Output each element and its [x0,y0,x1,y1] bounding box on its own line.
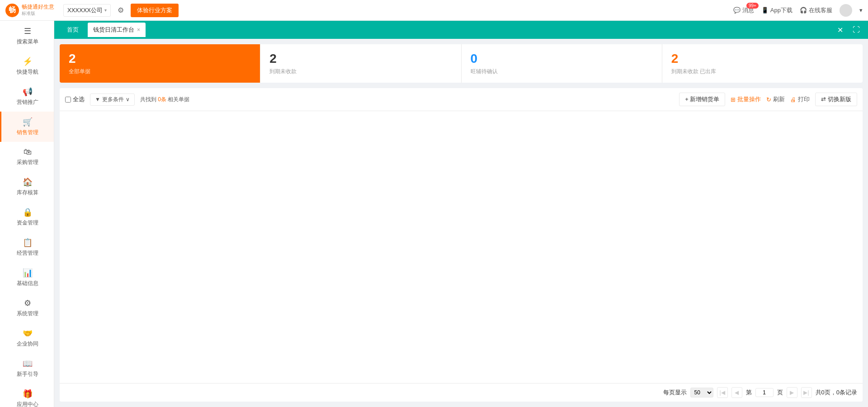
main-content: 首页 钱货日清工作台 × ✕ ⛶ 2 全部单据 [54,21,868,407]
card-all-label: 全部单据 [69,68,251,75]
trial-button[interactable]: 体验行业方案 [131,4,179,17]
sidebar-item-quick-nav[interactable]: ⚡ 快捷导航 [0,51,54,81]
pagination-bar: 每页显示 50 100 200 |◀ ◀ 第 页 ▶ ▶| 共0页，0条记录 [60,383,863,402]
sidebar-item-base-info[interactable]: 📊 基础信息 [0,262,54,293]
batch-icon: ⊞ [731,96,736,103]
refresh-button[interactable]: ↻ 刷新 [766,95,785,103]
layout: ☰ 搜索菜单 ⚡ 快捷导航 📢 营销推广 🛒 销售管理 🛍 采购管理 🏠 库存核… [0,21,868,407]
chevron-down-icon: ▾ [104,8,107,13]
select-all-input[interactable] [65,97,71,103]
card-pending[interactable]: 0 旺辅待确认 [462,44,662,83]
new-order-button[interactable]: + 新增销货单 [679,93,725,106]
quick-nav-icon: ⚡ [23,56,33,66]
total-records: 共0页，0条记录 [816,388,857,397]
print-button[interactable]: 🖨 打印 [790,95,810,103]
table-container: 全选 ▼ 更多条件 ∨ 共找到 0条 相关单据 + 新增销货单 ⊞ [60,88,863,402]
tab-home[interactable]: 首页 [60,21,86,39]
sidebar-item-collaboration[interactable]: 🤝 企业协同 [0,323,54,353]
filter-icon: ▼ [95,96,100,103]
app-center-icon: 🎁 [23,389,33,399]
card-shipped-count: 2 [671,51,854,66]
expand-icon: ⛶ [853,26,860,34]
card-all[interactable]: 2 全部单据 [60,44,260,83]
inventory-icon: 🏠 [23,177,33,187]
tab-close-icon[interactable]: × [137,27,140,33]
sidebar-item-sales[interactable]: 🛒 销售管理 [0,112,54,142]
system-icon: ⚙ [24,298,31,308]
card-overdue-count: 2 [269,51,452,66]
online-service-button[interactable]: 🎧 在线客服 [800,6,832,14]
card-shipped[interactable]: 2 到期未收款 已出库 [662,44,863,83]
header-right: 💬 消息 99+ 📱 App下载 🎧 在线客服 ▾ [733,4,863,17]
download-icon: 📱 [761,7,769,14]
page-content: 2 全部单据 2 到期未收款 0 旺辅待确认 2 到期未收款 已出库 [54,39,868,407]
card-pending-count: 0 [471,51,653,66]
service-icon: 🎧 [800,7,807,14]
sales-icon: 🛒 [23,117,33,127]
card-all-count: 2 [69,51,251,66]
tab-active[interactable]: 钱货日清工作台 × [88,23,146,37]
refresh-icon: ↻ [766,96,771,103]
filter-actions: + 新增销货单 ⊞ 批量操作 ↻ 刷新 🖨 打印 [679,93,857,106]
user-name[interactable]: ▾ [859,7,863,14]
sidebar-item-guide[interactable]: 📖 新手引导 [0,353,54,384]
base-info-icon: 📊 [23,268,33,278]
message-icon: 💬 [733,7,741,14]
first-page-button[interactable]: |◀ [717,387,728,398]
sidebar-item-operations[interactable]: 📋 经营管理 [0,232,54,262]
finance-icon: 🔒 [23,207,33,217]
card-shipped-label: 到期未收款 已出库 [671,68,854,75]
summary-cards: 2 全部单据 2 到期未收款 0 旺辅待确认 2 到期未收款 已出库 [60,44,863,83]
print-icon: 🖨 [790,96,796,103]
table-area [60,111,863,383]
switch-icon: ⇄ [821,96,826,103]
guide-icon: 📖 [23,359,33,369]
company-selector[interactable]: XXXXXX公司 ▾ [63,4,111,17]
card-pending-label: 旺辅待确认 [471,68,653,75]
tab-actions: ✕ ⛶ [834,23,863,36]
sidebar-item-purchase[interactable]: 🛍 采购管理 [0,142,54,172]
card-overdue-label: 到期未收款 [269,68,452,75]
expand-button[interactable]: ⛶ [850,23,863,36]
tab-bar: 首页 钱货日清工作台 × ✕ ⛶ [54,21,868,39]
prev-page-button[interactable]: ◀ [731,387,742,398]
card-overdue[interactable]: 2 到期未收款 [260,44,461,83]
logo-sub: 标准版 [22,10,54,17]
more-filters-button[interactable]: ▼ 更多条件 ∨ [90,94,135,106]
marketing-icon: 📢 [23,87,33,97]
batch-ops-button[interactable]: ⊞ 批量操作 [731,95,761,103]
select-all-checkbox[interactable]: 全选 [65,95,85,103]
found-text: 共找到 0条 相关单据 [140,96,189,103]
operations-icon: 📋 [23,238,33,248]
sidebar: ☰ 搜索菜单 ⚡ 快捷导航 📢 营销推广 🛒 销售管理 🛍 采购管理 🏠 库存核… [0,21,54,407]
logo-area: 畅 畅捷通好生意 标准版 [5,4,60,17]
collaboration-icon: 🤝 [23,328,33,338]
settings-button[interactable]: ⚙ [114,4,127,17]
minimize-icon: ✕ [837,26,843,34]
last-page-button[interactable]: ▶| [801,387,812,398]
switch-version-button[interactable]: ⇄ 切换新版 [815,93,857,106]
minimize-button[interactable]: ✕ [834,23,846,36]
sidebar-item-search[interactable]: ☰ 搜索菜单 [0,21,54,51]
page-size-select[interactable]: 50 100 200 [690,388,713,398]
filter-bar: 全选 ▼ 更多条件 ∨ 共找到 0条 相关单据 + 新增销货单 ⊞ [60,88,863,111]
logo-title: 畅捷通好生意 [22,4,54,10]
sidebar-item-inventory[interactable]: 🏠 库存核算 [0,172,54,202]
sidebar-item-app-center[interactable]: 🎁 应用中心 [0,384,54,407]
header-left: 畅 畅捷通好生意 标准版 XXXXXX公司 ▾ ⚙ 体验行业方案 [5,4,179,17]
next-page-button[interactable]: ▶ [787,387,797,398]
message-button[interactable]: 💬 消息 99+ [733,6,754,14]
sidebar-item-system[interactable]: ⚙ 系统管理 [0,293,54,323]
gear-icon: ⚙ [118,6,124,14]
avatar[interactable] [840,4,852,17]
sidebar-item-marketing[interactable]: 📢 营销推广 [0,81,54,112]
sidebar-item-finance[interactable]: 🔒 资金管理 [0,202,54,232]
chevron-icon: ∨ [126,96,130,103]
search-menu-icon: ☰ [24,26,31,36]
page-input[interactable] [755,388,774,397]
app-download-button[interactable]: 📱 App下载 [761,6,793,14]
message-badge: 99+ [746,3,759,9]
logo-icon: 畅 [5,4,19,17]
top-header: 畅 畅捷通好生意 标准版 XXXXXX公司 ▾ ⚙ 体验行业方案 💬 消息 99… [0,0,868,21]
purchase-icon: 🛍 [24,147,32,157]
